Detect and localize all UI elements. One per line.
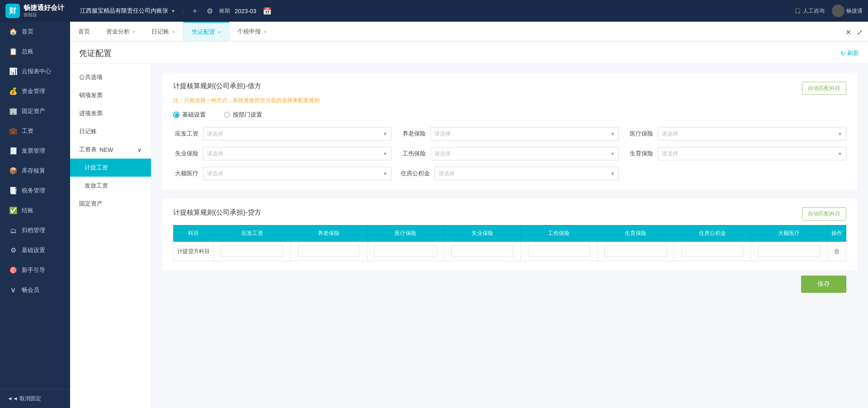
sidebar-item-funds[interactable]: 💰 资金管理 xyxy=(0,81,70,101)
tab-fund-analysis-close[interactable]: × xyxy=(132,29,135,34)
debit-auto-match-button[interactable]: 自动匹配科目 xyxy=(802,82,846,95)
left-nav-pay-salary[interactable]: 发放工资 xyxy=(70,177,151,195)
input-medical[interactable] xyxy=(374,245,436,257)
app-name: 畅捷通好会计 xyxy=(24,4,64,12)
delete-row-icon[interactable]: 🗑 xyxy=(834,248,840,255)
tab-journal-close[interactable]: × xyxy=(172,29,175,34)
sidebar-item-archive-label: 归档管理 xyxy=(22,226,45,234)
sidebar-item-invoice[interactable]: 🧾 发票管理 xyxy=(0,141,70,161)
assets-icon: 🏢 xyxy=(9,107,17,115)
sidebar-item-guide[interactable]: 🎯 新手引导 xyxy=(0,260,70,280)
col-workinjury: 工伤保险 xyxy=(521,225,598,242)
settings-icon[interactable]: ⚙ xyxy=(205,5,215,17)
input-pension[interactable] xyxy=(298,245,360,257)
input-unemployment[interactable] xyxy=(451,245,513,257)
tab-tax-report[interactable]: 个税申报 × xyxy=(229,22,274,41)
col-medical: 医疗保险 xyxy=(367,225,444,242)
left-nav-purchase-invoice[interactable]: 进项发票 xyxy=(70,104,151,122)
col-unemployment: 失业保险 xyxy=(444,225,521,242)
save-button[interactable]: 保存 xyxy=(801,276,846,293)
cell-maternity[interactable] xyxy=(597,242,674,261)
unemployment-select[interactable]: 请选择 ▼ xyxy=(203,147,392,160)
service-button[interactable]: 🎧 人工咨询 xyxy=(794,7,825,15)
radio-dept-settings[interactable]: 按部门设置 xyxy=(224,111,262,119)
input-large-medical[interactable] xyxy=(758,245,820,257)
input-gross-salary[interactable] xyxy=(221,245,283,257)
salary-icon: 💼 xyxy=(9,127,17,135)
left-nav-sales-invoice[interactable]: 销项发票 xyxy=(70,86,151,104)
col-subject: 科目 xyxy=(174,225,214,242)
cell-large-medical[interactable] xyxy=(751,242,828,261)
medical-select[interactable]: 请选择 ▼ xyxy=(658,127,846,141)
user-area[interactable]: 畅捷通 xyxy=(832,5,863,17)
unemployment-label: 失业保险 xyxy=(173,150,198,158)
field-housing-fund: 住房公积金 请选择 ▼ xyxy=(401,167,619,180)
sidebar-item-close[interactable]: ✅ 结账 xyxy=(0,201,70,220)
headset-icon: 🎧 xyxy=(794,8,801,14)
large-medical-select[interactable]: 请选择 ▼ xyxy=(203,167,392,180)
left-nav-salary-table-label: 工资表 xyxy=(79,145,97,154)
tab-tax-report-label: 个税申报 xyxy=(237,28,261,36)
sidebar-item-home[interactable]: 🏠 首页 xyxy=(0,22,70,42)
sidebar-item-archive[interactable]: 🗂 归档管理 xyxy=(0,220,70,240)
large-medical-placeholder: 请选择 xyxy=(207,170,223,178)
gross-salary-select[interactable]: 请选择 ▼ xyxy=(203,127,392,141)
housing-fund-placeholder: 请选择 xyxy=(439,170,455,178)
col-gross-salary: 应发工资 xyxy=(214,225,291,242)
refresh-button[interactable]: ↻ 刷新 xyxy=(840,49,859,57)
calendar-icon[interactable]: 📅 xyxy=(261,5,274,17)
sidebar-item-basic[interactable]: ⚙ 基础设置 xyxy=(0,240,70,260)
col-maternity: 生育保险 xyxy=(597,225,674,242)
pension-select[interactable]: 请选择 ▼ xyxy=(430,127,619,141)
left-nav-fixed-assets[interactable]: 固定资产 xyxy=(70,195,151,213)
cell-housing-fund[interactable] xyxy=(674,242,751,261)
cell-workinjury[interactable] xyxy=(521,242,598,261)
tab-fund-analysis[interactable]: 资金分析 × xyxy=(98,22,143,41)
tab-home[interactable]: 首页 xyxy=(70,22,98,41)
credit-auto-match-button[interactable]: 自动匹配科目 xyxy=(802,207,846,220)
sidebar-item-salary[interactable]: 💼 工资 xyxy=(0,121,70,141)
tab-close-icon[interactable]: ✕ xyxy=(845,28,851,41)
sidebar-item-assets[interactable]: 🏢 固定资产 xyxy=(0,101,70,121)
maternity-select[interactable]: 请选择 ▼ xyxy=(658,147,846,160)
inventory-icon: 📦 xyxy=(9,167,17,175)
left-nav-journal[interactable]: 日记账 xyxy=(70,122,151,141)
sidebar-item-reports[interactable]: 📊 云报表中心 xyxy=(0,61,70,81)
sidebar-item-tax[interactable]: 📑 税务管理 xyxy=(0,181,70,201)
user-name: 畅捷通 xyxy=(846,7,863,15)
logo-area: 财 畅捷通好会计 旗舰版 xyxy=(5,4,75,18)
left-nav-public[interactable]: 公共选项 xyxy=(70,68,151,86)
cell-gross-salary[interactable] xyxy=(214,242,291,261)
sidebar-item-member[interactable]: V 畅会员 xyxy=(0,280,70,300)
cell-medical[interactable] xyxy=(367,242,444,261)
field-medical: 医疗保险 请选择 ▼ xyxy=(628,127,846,141)
sidebar-item-inventory[interactable]: 📦 库存核算 xyxy=(0,161,70,181)
housing-fund-select[interactable]: 请选择 ▼ xyxy=(434,167,619,180)
guide-icon: 🎯 xyxy=(9,266,17,274)
sidebar-item-ledger-label: 总账 xyxy=(22,47,33,56)
cell-unemployment[interactable] xyxy=(444,242,521,261)
tab-journal[interactable]: 日记账 × xyxy=(143,22,183,41)
tab-expand-icon[interactable]: ⤢ xyxy=(857,28,863,41)
add-icon[interactable]: ＋ xyxy=(189,5,200,18)
unemployment-placeholder: 请选择 xyxy=(207,150,223,158)
cancel-fixed-button[interactable]: ◄◄ 取消固定 xyxy=(0,389,70,408)
tab-fund-analysis-label: 资金分析 xyxy=(106,28,130,36)
input-housing-fund[interactable] xyxy=(681,245,743,257)
period-label: 账期 xyxy=(219,7,230,15)
field-gross-salary: 应发工资 请选择 ▼ xyxy=(173,127,392,141)
right-content: 计提核算规则(公司承担)-借方 自动匹配科目 注：只能选择一种方式，系统将按照您… xyxy=(151,64,868,408)
input-workinjury[interactable] xyxy=(528,245,590,257)
sidebar-item-ledger[interactable]: 📋 总账 xyxy=(0,42,70,61)
tab-voucher-config-close[interactable]: × xyxy=(218,29,221,35)
tab-voucher-config[interactable]: 凭证配置 × xyxy=(183,22,229,41)
input-maternity[interactable] xyxy=(604,245,666,257)
large-medical-label: 大额医疗 xyxy=(173,169,198,178)
left-nav-calc-salary[interactable]: 计提工资 xyxy=(70,159,151,177)
left-nav-salary-table-group[interactable]: 工资表 NEW ∨ xyxy=(70,141,151,159)
company-selector[interactable]: 江西服宝精品有限责任公司内账张 ▼ xyxy=(80,7,175,15)
cell-pension[interactable] xyxy=(291,242,368,261)
radio-basic-settings[interactable]: 基础设置 xyxy=(173,111,206,119)
workinjury-select[interactable]: 请选择 ▼ xyxy=(430,147,619,160)
tab-tax-report-close[interactable]: × xyxy=(264,29,266,34)
